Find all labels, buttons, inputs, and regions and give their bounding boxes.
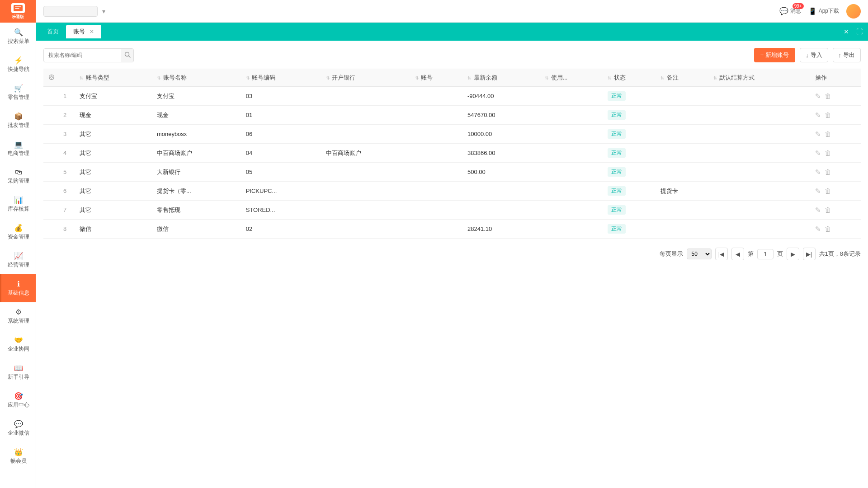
row-settings [43, 125, 60, 144]
sidebar-item-purchase-mgmt[interactable]: 🛍 采购管理 [0, 163, 36, 190]
row-no: 7 [60, 201, 76, 220]
tab-home[interactable]: 首页 [40, 25, 66, 38]
export-button[interactable]: ↑ 导出 [833, 48, 861, 62]
col-remark[interactable]: ⇅ 备注 [657, 69, 709, 87]
sort-icon-latest-balance: ⇅ [467, 75, 471, 80]
sidebar-item-search-menu[interactable]: 🔍 搜索菜单 [0, 23, 36, 51]
delete-icon[interactable]: 🗑 [825, 225, 831, 233]
tab-close-all-button[interactable]: ✕ [842, 27, 851, 36]
row-account-no [411, 87, 464, 106]
edit-icon[interactable]: ✎ [815, 206, 821, 214]
sidebar-item-enterprise-wechat[interactable]: 💬 企业微信 [0, 414, 36, 442]
sidebar-item-capital-mgmt[interactable]: 💰 资金管理 [0, 218, 36, 246]
row-status: 正常 [604, 87, 657, 106]
enterprise-wechat-icon: 💬 [3, 420, 34, 428]
last-page-button[interactable]: ▶| [803, 248, 816, 260]
sidebar-item-inventory-calc[interactable]: 📊 库存核算 [0, 190, 36, 218]
row-remark: 提货卡 [657, 182, 709, 201]
row-account-name: moneybosx [153, 125, 242, 144]
top-search-dropdown-icon[interactable]: ▾ [102, 8, 105, 15]
edit-icon[interactable]: ✎ [815, 130, 821, 138]
sidebar-item-new-guide[interactable]: 📖 新手引导 [0, 358, 36, 386]
user-avatar[interactable] [846, 4, 861, 19]
tab-account[interactable]: 账号 ✕ [66, 25, 101, 38]
sidebar: 乐通版 🔍 搜索菜单 ⚡ 快捷导航 🛒 零售管理 📦 批发管理 💻 电商管理 🛍… [0, 0, 36, 488]
edit-icon[interactable]: ✎ [815, 149, 821, 157]
row-bank [322, 182, 411, 201]
sidebar-item-basic-info[interactable]: ℹ 基础信息 [0, 274, 36, 302]
col-status[interactable]: ⇅ 状态 [604, 69, 657, 87]
row-bank [322, 87, 411, 106]
row-usage [541, 106, 604, 125]
delete-icon[interactable]: 🗑 [825, 111, 831, 119]
sidebar-item-enterprise-agreement[interactable]: 🤝 企业协同 [0, 330, 36, 358]
col-latest-balance[interactable]: ⇅ 最新余额 [464, 69, 541, 87]
svg-point-4 [51, 76, 52, 78]
tab-expand-button[interactable]: ⛶ [854, 27, 864, 36]
table-row: 2 现金 现金 01 547670.00 正常 ✎ 🗑 [43, 106, 861, 125]
add-account-button[interactable]: + 新增账号 [754, 48, 795, 62]
row-status: 正常 [604, 106, 657, 125]
row-status: 正常 [604, 163, 657, 182]
col-account-name[interactable]: ⇅ 账号名称 [153, 69, 242, 87]
page-number-input[interactable] [757, 249, 774, 259]
top-search-input[interactable] [43, 6, 98, 17]
search-input[interactable] [44, 49, 121, 61]
import-button[interactable]: ↓ 导入 [800, 48, 828, 62]
col-account-type[interactable]: ⇅ 账号类型 [76, 69, 153, 87]
col-usage[interactable]: ⇅ 使用... [541, 69, 604, 87]
row-account-type: 其它 [76, 163, 153, 182]
delete-icon[interactable]: 🗑 [825, 149, 831, 157]
page-size-select[interactable]: 50 20 100 [687, 249, 712, 259]
row-account-no [411, 144, 464, 163]
next-page-button[interactable]: ▶ [787, 248, 799, 260]
prev-page-button[interactable]: ◀ [731, 248, 744, 260]
edit-icon[interactable]: ✎ [815, 111, 821, 119]
sidebar-item-ops-mgmt[interactable]: 📈 经营管理 [0, 246, 36, 274]
col-bank[interactable]: ⇅ 开户银行 [322, 69, 411, 87]
sidebar-item-quick-nav[interactable]: ⚡ 快捷导航 [0, 51, 36, 79]
row-default-settlement [710, 163, 811, 182]
sidebar-item-ecommerce-mgmt[interactable]: 💻 电商管理 [0, 135, 36, 163]
row-no: 5 [60, 163, 76, 182]
row-account-no [411, 163, 464, 182]
row-settings [43, 201, 60, 220]
row-usage [541, 201, 604, 220]
edit-icon[interactable]: ✎ [815, 187, 821, 195]
edit-icon[interactable]: ✎ [815, 225, 821, 233]
row-action: ✎ 🗑 [811, 220, 861, 239]
delete-icon[interactable]: 🗑 [825, 130, 831, 138]
sidebar-item-system-mgmt[interactable]: ⚙ 系统管理 [0, 302, 36, 330]
app-center-icon: 🎯 [3, 392, 34, 400]
new-guide-icon: 📖 [3, 364, 34, 372]
sidebar-item-member[interactable]: 👑 畅会员 [0, 442, 36, 470]
row-account-code: PICKUPC... [242, 182, 322, 201]
message-icon: 💬 [779, 7, 788, 15]
delete-icon[interactable]: 🗑 [825, 206, 831, 214]
first-page-button[interactable]: |◀ [715, 248, 728, 260]
col-default-settlement[interactable]: ⇅ 默认结算方式 [710, 69, 811, 87]
row-account-type: 其它 [76, 144, 153, 163]
sidebar-item-retail-mgmt[interactable]: 🛒 零售管理 [0, 79, 36, 107]
messages-button[interactable]: 💬 消息 99+ [779, 7, 801, 15]
delete-icon[interactable]: 🗑 [825, 92, 831, 100]
col-settings[interactable] [43, 69, 60, 87]
edit-icon[interactable]: ✎ [815, 92, 821, 100]
table-row: 4 其它 中百商场账户 04 中百商场账户 383866.00 正常 ✎ 🗑 [43, 144, 861, 163]
sidebar-item-app-center[interactable]: 🎯 应用中心 [0, 386, 36, 414]
search-button[interactable] [121, 49, 134, 62]
delete-icon[interactable]: 🗑 [825, 168, 831, 176]
sidebar-item-wholesale-mgmt[interactable]: 📦 批发管理 [0, 107, 36, 135]
edit-icon[interactable]: ✎ [815, 168, 821, 176]
col-account-no[interactable]: ⇅ 账号 [411, 69, 464, 87]
status-badge: 正常 [608, 129, 626, 139]
col-account-code[interactable]: ⇅ 账号编码 [242, 69, 322, 87]
svg-rect-0 [14, 5, 23, 11]
toolbar-right: + 新增账号 ↓ 导入 ↑ 导出 [754, 48, 861, 62]
row-account-code: 06 [242, 125, 322, 144]
tab-account-close[interactable]: ✕ [90, 28, 94, 35]
app-download-button[interactable]: 📱 App下载 [808, 7, 839, 15]
row-default-settlement [710, 220, 811, 239]
delete-icon[interactable]: 🗑 [825, 187, 831, 195]
sort-icon-status: ⇅ [608, 75, 611, 80]
